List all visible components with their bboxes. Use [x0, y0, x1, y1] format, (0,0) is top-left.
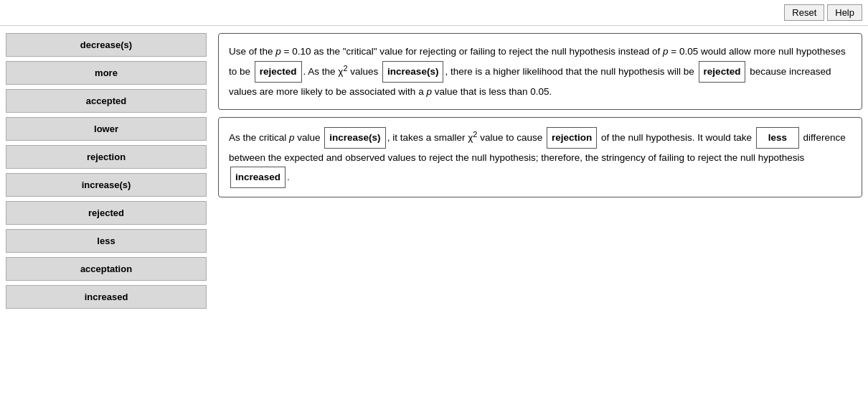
word-item-rejection[interactable]: rejection — [6, 145, 207, 169]
top-bar: Reset Help — [0, 0, 868, 26]
p-italic-3: p — [426, 86, 432, 97]
passage2-text: As the critical p value increase(s), it … — [229, 132, 846, 182]
passage1-text: Use of the p = 0.10 as the "critical" va… — [229, 46, 846, 97]
p-italic-2: p — [663, 46, 669, 57]
word-item-increases[interactable]: increase(s) — [6, 173, 207, 197]
word-bank: decrease(s)moreacceptedlowerrejectioninc… — [6, 33, 207, 309]
passages-area: Use of the p = 0.10 as the "critical" va… — [218, 33, 862, 309]
word-item-lower[interactable]: lower — [6, 117, 207, 141]
answer-p2-blank2[interactable]: rejection — [547, 127, 597, 149]
passage-2: As the critical p value increase(s), it … — [218, 117, 862, 197]
word-item-decrease[interactable]: decrease(s) — [6, 33, 207, 57]
answer-p2-blank3[interactable]: less — [756, 127, 799, 149]
answer-p2-blank1[interactable]: increase(s) — [324, 127, 385, 149]
p-italic-1: p — [275, 46, 281, 57]
answer-p2-blank4[interactable]: increased — [230, 167, 286, 188]
word-item-rejected[interactable]: rejected — [6, 201, 207, 225]
word-item-increased[interactable]: increased — [6, 285, 207, 309]
passage-1: Use of the p = 0.10 as the "critical" va… — [218, 33, 862, 110]
reset-button[interactable]: Reset — [784, 4, 824, 21]
help-button[interactable]: Help — [827, 4, 862, 21]
word-item-acceptation[interactable]: acceptation — [6, 257, 207, 281]
answer-p1-blank3[interactable]: rejected — [699, 61, 746, 83]
word-item-accepted[interactable]: accepted — [6, 89, 207, 113]
word-item-less[interactable]: less — [6, 229, 207, 253]
chi-sup-2: 2 — [473, 129, 477, 138]
answer-p1-blank1[interactable]: rejected — [255, 61, 302, 83]
answer-p1-blank2[interactable]: increase(s) — [382, 61, 443, 83]
p-italic-4: p — [289, 132, 295, 143]
word-item-more[interactable]: more — [6, 61, 207, 85]
chi-sup-1: 2 — [343, 64, 347, 73]
